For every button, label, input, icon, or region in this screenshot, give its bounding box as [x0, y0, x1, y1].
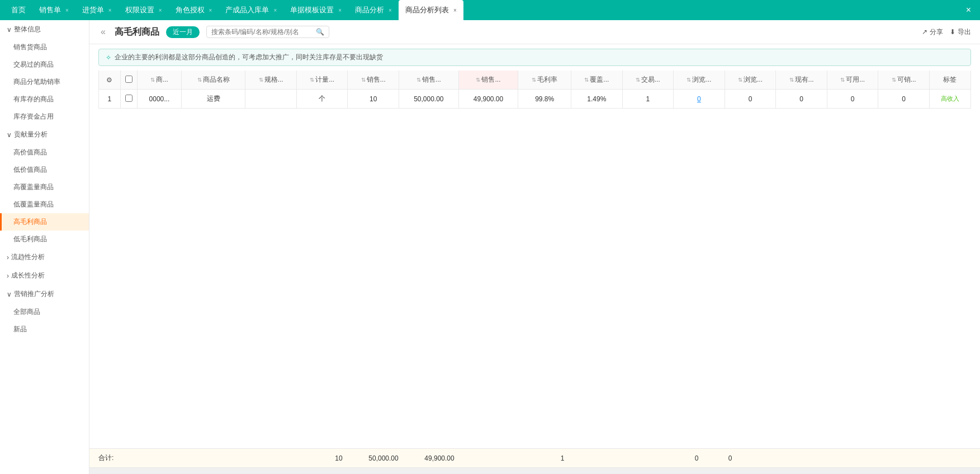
close-all-button[interactable]: ×	[962, 5, 976, 15]
row-sales-amount: 50,000.00	[399, 90, 459, 109]
period-button[interactable]: 近一月	[166, 26, 200, 38]
table-container[interactable]: ⚙ ⇅ 商... ⇅	[89, 71, 980, 448]
close-purchase-order-icon[interactable]: ×	[108, 7, 112, 13]
row-current-stock: 0	[776, 90, 827, 109]
footer-spacer6	[506, 454, 546, 462]
search-input[interactable]	[211, 28, 314, 36]
close-permission-icon[interactable]: ×	[159, 7, 162, 13]
share-button[interactable]: ↗ 分享	[922, 27, 943, 37]
sidebar-group-overall[interactable]: ∨ 整体信息	[0, 20, 89, 39]
search-icon[interactable]: 🔍	[316, 28, 324, 36]
table-row: 1 0000... 运费 个 10 50,000.00 49,900.00 99…	[99, 90, 971, 109]
col-browse2[interactable]: ⇅ 浏览...	[725, 71, 776, 90]
close-template-icon[interactable]: ×	[338, 7, 342, 13]
nav-template-settings[interactable]: 单据模板设置 ×	[283, 0, 348, 20]
col-unit[interactable]: ⇅ 计量...	[296, 71, 348, 90]
page-title: 高毛利商品	[115, 26, 159, 38]
sidebar-group-trend[interactable]: › 流趋性分析	[0, 248, 89, 266]
nav-permission-settings[interactable]: 权限设置 ×	[119, 0, 169, 20]
sort-icon-8: ⇅	[532, 77, 536, 83]
footer-spacer2	[188, 454, 233, 462]
close-product-analysis-icon[interactable]: ×	[389, 7, 392, 13]
sidebar-item-stocked-goods[interactable]: 有库存的商品	[0, 91, 89, 108]
row-sales-profit: 49,900.00	[458, 90, 518, 109]
close-analysis-list-icon[interactable]: ×	[453, 7, 457, 13]
sidebar-group-growth[interactable]: › 成长性分析	[0, 266, 89, 285]
sort-icon-2: ⇅	[197, 77, 202, 83]
footer-spacer1	[143, 454, 188, 462]
nav-product-inbound[interactable]: 产成品入库单 ×	[219, 0, 283, 20]
sidebar-item-high-coverage[interactable]: 高覆盖量商品	[0, 179, 89, 196]
col-available[interactable]: ⇅ 可用...	[827, 71, 878, 90]
footer-spacer3	[233, 454, 277, 462]
nav-role-auth[interactable]: 角色授权 ×	[169, 0, 219, 20]
sidebar-item-traded-goods[interactable]: 交易过的商品	[0, 56, 89, 73]
footer-available: 0	[680, 454, 713, 462]
main-layout: ∨ 整体信息 销售货商品 交易过的商品 商品分笔助销率 有库存的商品 库存资金占…	[0, 20, 980, 474]
sidebar-item-low-coverage[interactable]: 低覆盖量商品	[0, 196, 89, 213]
bottom-scrollbar[interactable]	[89, 467, 980, 474]
col-current-stock[interactable]: ⇅ 现有...	[776, 71, 827, 90]
col-transaction[interactable]: ⇅ 交易...	[622, 71, 674, 90]
row-browse1[interactable]: 0	[674, 90, 725, 109]
close-sales-order-icon[interactable]: ×	[65, 7, 69, 13]
footer-total: 合计: 10 50,000.00 49,900.00 1 0 0	[89, 448, 980, 467]
footer-spacer5	[467, 454, 506, 462]
sidebar-item-new-products[interactable]: 新品	[0, 321, 89, 338]
col-settings[interactable]: ⚙	[99, 71, 121, 90]
row-unit: 个	[296, 90, 348, 109]
nav-product-analysis-list[interactable]: 商品分析列表 ×	[399, 0, 463, 20]
sidebar-item-high-value[interactable]: 高价值商品	[0, 144, 89, 161]
sidebar-item-all-goods[interactable]: 全部商品	[0, 303, 89, 321]
nav-sales-order[interactable]: 销售单 ×	[32, 0, 75, 20]
sort-icon-12: ⇅	[738, 77, 742, 83]
col-checkbox[interactable]	[120, 71, 137, 90]
footer-sales-profit: 49,900.00	[411, 454, 467, 462]
col-name[interactable]: ⇅ 商品名称	[182, 71, 245, 90]
col-browse1[interactable]: ⇅ 浏览...	[674, 71, 725, 90]
sort-icon-10: ⇅	[636, 77, 640, 83]
sidebar-item-low-margin[interactable]: 低毛利商品	[0, 231, 89, 248]
row-checkbox[interactable]	[125, 95, 132, 102]
nav-home[interactable]: 首页	[4, 0, 32, 20]
sidebar-item-stock-capital[interactable]: 库存资金占用	[0, 108, 89, 125]
col-code[interactable]: ⇅ 商...	[137, 71, 182, 90]
toggle-sidebar-button[interactable]: «	[98, 27, 108, 37]
select-all-checkbox[interactable]	[125, 76, 132, 83]
sidebar-group-marketing[interactable]: ∨ 营销推广分析	[0, 285, 89, 303]
sort-icon-14: ⇅	[840, 77, 845, 83]
header-actions: ↗ 分享 ⬇ 导出	[922, 27, 971, 37]
col-sales-qty[interactable]: ⇅ 销售...	[348, 71, 399, 90]
arrow-down-icon: ∨	[7, 26, 12, 34]
row-checkbox-cell[interactable]	[120, 90, 137, 109]
col-sales-amount[interactable]: ⇅ 销售...	[399, 71, 459, 90]
col-tag[interactable]: 标签	[929, 71, 970, 90]
footer-sales-amount: 50,000.00	[356, 454, 411, 462]
row-coverage: 1.49%	[571, 90, 623, 109]
nav-purchase-order[interactable]: 进货单 ×	[75, 0, 119, 20]
row-browse2: 0	[725, 90, 776, 109]
row-available: 0	[827, 90, 878, 109]
close-role-auth-icon[interactable]: ×	[209, 7, 212, 13]
col-coverage[interactable]: ⇅ 覆盖...	[571, 71, 623, 90]
col-spec[interactable]: ⇅ 规格...	[245, 71, 297, 90]
footer-sales-qty: 10	[322, 454, 356, 462]
sidebar-item-low-value[interactable]: 低价值商品	[0, 161, 89, 179]
sidebar-item-assist-rate[interactable]: 商品分笔助销率	[0, 73, 89, 91]
col-gross-rate[interactable]: ⇅ 毛利率	[518, 71, 571, 90]
row-name: 运费	[182, 90, 245, 109]
sidebar-item-high-margin[interactable]: 高毛利商品	[0, 213, 89, 231]
top-nav: 首页 销售单 × 进货单 × 权限设置 × 角色授权 × 产成品入库单 × 单据…	[0, 0, 980, 20]
sort-icon-11: ⇅	[687, 77, 691, 83]
sidebar-group-contribution[interactable]: ∨ 贡献量分析	[0, 125, 89, 144]
footer-spacer9	[646, 454, 680, 462]
export-button[interactable]: ⬇ 导出	[950, 27, 971, 37]
col-sales-profit[interactable]: ⇅ 销售...	[458, 71, 518, 90]
col-saleable[interactable]: ⇅ 可销...	[878, 71, 930, 90]
nav-product-analysis[interactable]: 商品分析 ×	[348, 0, 399, 20]
data-table: ⚙ ⇅ 商... ⇅	[98, 71, 971, 109]
footer-label: 合计:	[98, 453, 143, 463]
close-product-inbound-icon[interactable]: ×	[273, 7, 277, 13]
sidebar-item-sales-goods[interactable]: 销售货商品	[0, 39, 89, 56]
settings-icon[interactable]: ⚙	[106, 76, 112, 84]
